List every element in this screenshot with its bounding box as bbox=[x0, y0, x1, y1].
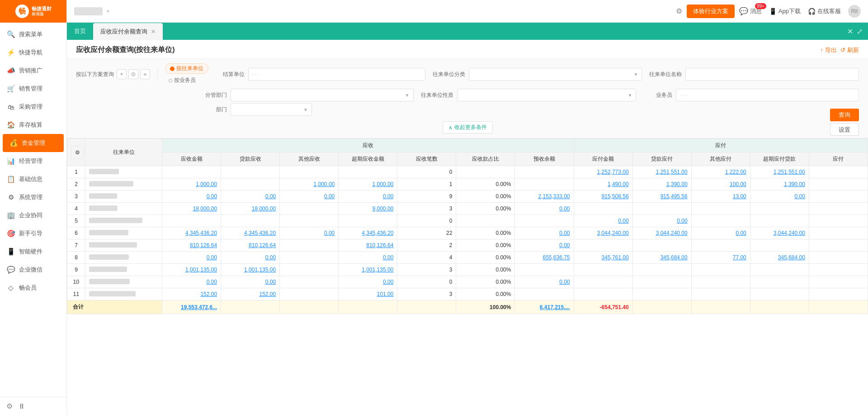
table-cell[interactable]: 915,508.56 bbox=[574, 191, 632, 203]
tab-close-window-icon[interactable]: ✕ bbox=[847, 27, 853, 36]
add-scheme-button[interactable]: + bbox=[117, 69, 127, 79]
table-cell[interactable] bbox=[691, 276, 750, 288]
table-cell[interactable] bbox=[515, 166, 574, 178]
table-cell[interactable] bbox=[221, 178, 280, 191]
message-button[interactable]: 💬 消息 99+ bbox=[739, 7, 762, 15]
table-cell[interactable]: 810,126.64 bbox=[221, 239, 280, 252]
table-cell[interactable] bbox=[515, 288, 574, 301]
export-button[interactable]: ↑ 导出 bbox=[821, 46, 837, 54]
sidebar-item-basic[interactable]: 📋 基础信息 bbox=[0, 170, 66, 188]
table-cell[interactable]: 3,044,240.00 bbox=[574, 227, 632, 239]
table-cell[interactable] bbox=[691, 264, 750, 276]
table-cell[interactable]: 0.00 bbox=[221, 191, 280, 203]
table-cell[interactable] bbox=[280, 276, 339, 288]
table-cell[interactable] bbox=[750, 288, 809, 301]
table-cell[interactable]: 0.00 bbox=[574, 215, 632, 227]
table-cell[interactable] bbox=[632, 239, 691, 252]
table-cell[interactable] bbox=[280, 215, 339, 227]
table-cell[interactable]: 915,495.56 bbox=[632, 191, 691, 203]
table-cell[interactable] bbox=[574, 288, 632, 301]
table-settings-icon[interactable]: ⚙ bbox=[71, 146, 84, 159]
partner-name-input[interactable] bbox=[685, 68, 859, 81]
table-cell[interactable]: 1,251,551.00 bbox=[632, 166, 691, 178]
query-button[interactable]: 查询 bbox=[830, 109, 859, 121]
table-cell[interactable] bbox=[162, 215, 221, 227]
table-cell[interactable]: 77.00 bbox=[691, 252, 750, 264]
setting-scheme-button[interactable]: ⊙ bbox=[128, 69, 138, 79]
table-cell[interactable]: 1,222.00 bbox=[691, 166, 750, 178]
table-cell[interactable]: 3,044,240.00 bbox=[632, 227, 691, 239]
table-cell[interactable] bbox=[574, 239, 632, 252]
table-cell[interactable] bbox=[632, 203, 691, 215]
sidebar-item-sales[interactable]: 🛒 销售管理 bbox=[0, 80, 66, 98]
table-cell[interactable]: 0.00 bbox=[221, 252, 280, 264]
table-cell[interactable] bbox=[280, 239, 339, 252]
table-cell[interactable]: 1,390.00 bbox=[750, 178, 809, 191]
table-cell[interactable]: 1,000.00 bbox=[162, 178, 221, 191]
table-cell[interactable]: 1,000.00 bbox=[280, 178, 339, 191]
app-download-button[interactable]: 📱 App下载 bbox=[769, 7, 801, 15]
sidebar-item-inventory[interactable]: 🏠 库存核算 bbox=[0, 116, 66, 134]
collapse-more-button[interactable]: ∧ 收起更多条件 bbox=[443, 121, 493, 134]
table-cell[interactable] bbox=[574, 203, 632, 215]
table-cell[interactable]: 1,000.00 bbox=[339, 178, 397, 191]
table-cell[interactable]: 0.00 bbox=[280, 227, 339, 239]
scheme-item-salesperson[interactable]: 按业务员 bbox=[165, 76, 208, 85]
table-cell[interactable]: 0.00 bbox=[632, 215, 691, 227]
table-cell[interactable]: 2,153,333.00 bbox=[515, 191, 574, 203]
sidebar-item-operation[interactable]: 📊 经营管理 bbox=[0, 152, 66, 170]
sidebar-item-purchase[interactable]: 🛍 采购管理 bbox=[0, 98, 66, 116]
table-cell[interactable]: 345,684.00 bbox=[750, 252, 809, 264]
table-cell[interactable]: 0.00 bbox=[162, 276, 221, 288]
table-cell[interactable]: 345,761.00 bbox=[574, 252, 632, 264]
table-cell[interactable] bbox=[280, 166, 339, 178]
table-cell[interactable] bbox=[574, 276, 632, 288]
user-avatar[interactable]: Rit bbox=[848, 5, 861, 18]
topbar-gear-icon[interactable]: ⚙ bbox=[676, 7, 682, 15]
sidebar-item-search[interactable]: 🔍 搜索菜单 bbox=[0, 25, 66, 43]
tab-ar-ap[interactable]: 应收应付余额查询 ✕ bbox=[93, 23, 163, 40]
refresh-button[interactable]: ↺ 刷新 bbox=[840, 46, 859, 54]
table-cell[interactable] bbox=[221, 215, 280, 227]
salesperson-input[interactable]: ··· bbox=[676, 89, 859, 101]
promo-button[interactable]: 体验行业方案 bbox=[687, 5, 735, 18]
table-cell[interactable] bbox=[632, 276, 691, 288]
sidebar-item-marketing[interactable]: 📣 营销推广 bbox=[0, 62, 66, 80]
table-cell[interactable]: 18,000.00 bbox=[162, 203, 221, 215]
table-cell[interactable] bbox=[750, 276, 809, 288]
table-cell[interactable] bbox=[632, 288, 691, 301]
table-cell[interactable] bbox=[750, 239, 809, 252]
table-cell[interactable]: 1,490.00 bbox=[574, 178, 632, 191]
online-service-button[interactable]: 🎧 在线客服 bbox=[808, 7, 841, 15]
table-cell[interactable] bbox=[691, 203, 750, 215]
sidebar-item-finance[interactable]: 💰 资金管理 bbox=[3, 134, 64, 152]
dept2-input[interactable]: ▼ bbox=[231, 103, 312, 116]
partner-category-input[interactable]: ▼ bbox=[469, 68, 642, 81]
table-cell[interactable]: 152.00 bbox=[162, 288, 221, 301]
collapse-scheme-button[interactable]: « bbox=[140, 69, 150, 79]
sidebar-item-quick[interactable]: ⚡ 快捷导航 bbox=[0, 43, 66, 62]
table-cell[interactable] bbox=[280, 252, 339, 264]
settings-button[interactable]: 设置 bbox=[830, 123, 859, 136]
table-cell[interactable]: 0.00 bbox=[162, 252, 221, 264]
table-cell[interactable] bbox=[574, 264, 632, 276]
table-cell[interactable] bbox=[750, 203, 809, 215]
sidebar-item-system[interactable]: ⚙ 系统管理 bbox=[0, 188, 66, 206]
settlement-unit-input[interactable]: ··· bbox=[248, 68, 425, 81]
sidebar-item-member[interactable]: ◇ 畅会员 bbox=[0, 279, 66, 297]
table-cell[interactable] bbox=[339, 215, 397, 227]
sidebar-item-hardware[interactable]: 📱 智能硬件 bbox=[0, 243, 66, 261]
table-cell[interactable]: 1,001,135.00 bbox=[339, 264, 397, 276]
table-cell[interactable]: 655,636.75 bbox=[515, 252, 574, 264]
table-cell[interactable]: 0.00 bbox=[750, 191, 809, 203]
table-cell[interactable]: 9,000.00 bbox=[339, 203, 397, 215]
table-cell[interactable] bbox=[162, 166, 221, 178]
table-cell[interactable]: 3,044,240.00 bbox=[750, 227, 809, 239]
table-cell[interactable] bbox=[221, 166, 280, 178]
table-cell[interactable]: 345,684.00 bbox=[632, 252, 691, 264]
table-cell[interactable]: 0.00 bbox=[162, 191, 221, 203]
table-cell[interactable]: 0.00 bbox=[339, 252, 397, 264]
table-cell[interactable]: 0.00 bbox=[280, 191, 339, 203]
table-cell[interactable]: 810,126.64 bbox=[339, 239, 397, 252]
table-cell[interactable]: 18,000.00 bbox=[221, 203, 280, 215]
